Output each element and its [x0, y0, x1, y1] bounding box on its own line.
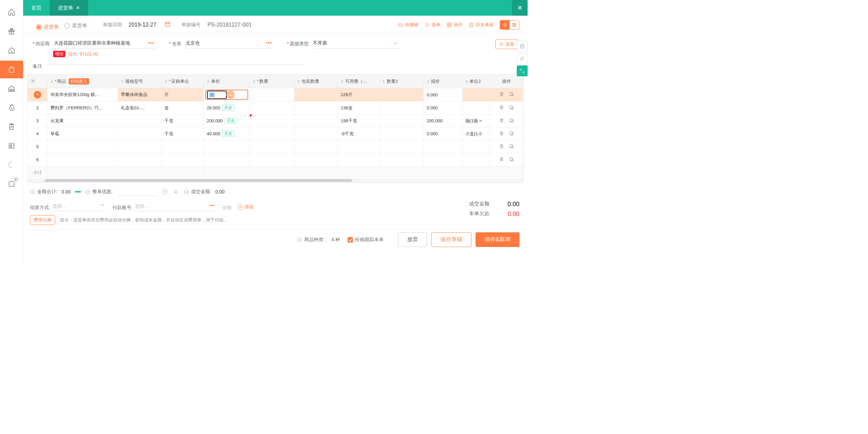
- delete-row-icon[interactable]: [499, 92, 504, 97]
- invoice-select[interactable]: 不开票: [312, 40, 401, 49]
- copy-row-icon[interactable]: [509, 118, 514, 123]
- supplier-label: 供应商: [33, 40, 50, 47]
- toolbar-hotkey[interactable]: 快捷键: [398, 22, 418, 28]
- discard-button[interactable]: 放弃: [398, 232, 427, 247]
- account-more-icon[interactable]: •••: [209, 203, 214, 208]
- doc-date-value[interactable]: 2019-12-27: [129, 22, 157, 28]
- remark-input[interactable]: [46, 62, 304, 65]
- chevron-down-icon: [100, 203, 105, 208]
- toolbar-pick-order[interactable]: 选单: [424, 22, 440, 28]
- warning-triangle-icon: [250, 114, 253, 117]
- nav-home[interactable]: [0, 3, 23, 21]
- table-row[interactable]: + 华美华夫软饼1200g 糕… 早餐休闲食品 斤 ••• 126斤 0.000: [28, 88, 523, 102]
- svg-rect-33: [520, 45, 524, 48]
- fee-hint: 提示：进货单保存后费用会自动分摊，影响成本金额，并自动生成费用单，用于付款。: [60, 217, 228, 223]
- add-payment-button[interactable]: +添加: [238, 204, 254, 210]
- save-and-new-button[interactable]: 保存&新增: [476, 232, 519, 247]
- nav-gift[interactable]: [0, 22, 23, 40]
- subtab-return[interactable]: 退货单: [64, 22, 87, 29]
- svg-point-31: [184, 190, 189, 194]
- pay-account-label: 付款账号: [112, 203, 131, 211]
- price-track-checkbox[interactable]: 价格跟踪本单: [348, 237, 384, 243]
- tab-home[interactable]: 首页: [23, 0, 50, 16]
- col-qty2[interactable]: ▲▼数量2: [379, 75, 424, 88]
- table-row[interactable]: 5: [28, 140, 523, 153]
- nav-money-bag[interactable]: ¥: [0, 99, 23, 117]
- subtab-purchase[interactable]: 进货单: [36, 24, 59, 30]
- right-link-icon[interactable]: [517, 53, 528, 64]
- history-tag[interactable]: 历史: [222, 130, 235, 137]
- pay-amount-label: 金额: [222, 203, 231, 211]
- col-unit2[interactable]: ▲▼单位2: [462, 75, 489, 88]
- col-pack-qty[interactable]: ▲▼包装数量: [294, 75, 338, 88]
- svg-text:¥: ¥: [32, 191, 33, 193]
- toolbar-history[interactable]: 历史单据: [469, 22, 494, 28]
- discount-label: 整单优惠:: [85, 189, 113, 195]
- minus-icon: [75, 191, 81, 192]
- doc-no-value: PS-20191227-001: [207, 22, 252, 28]
- history-tag[interactable]: 历史: [225, 118, 237, 124]
- svg-rect-13: [447, 25, 449, 27]
- tab-purchase[interactable]: 进货单 ✕: [50, 0, 88, 16]
- col-spec[interactable]: ▲▼规格型号: [118, 75, 161, 88]
- right-notes-icon[interactable]: [517, 41, 528, 52]
- nav-clipboard[interactable]: [0, 118, 23, 136]
- price-input[interactable]: [207, 91, 226, 99]
- deal-value: 0.00: [215, 189, 224, 195]
- scan-input-tag[interactable]: 扫码录入: [69, 78, 89, 84]
- copy-row-icon[interactable]: [509, 157, 514, 162]
- col-avail[interactable]: ▲▼可用量（…: [338, 75, 380, 88]
- right-expand-icon[interactable]: [517, 65, 528, 76]
- price-input-active[interactable]: •••: [205, 90, 248, 100]
- discount-input[interactable]: [117, 188, 158, 196]
- nav-shopping-bag[interactable]: [0, 61, 23, 78]
- table-row[interactable]: 2 费列罗（FERRERO）巧… 礼盒装01-… 盒 26.000历史 136盒…: [28, 102, 523, 114]
- horizontal-scrollbar[interactable]: [28, 179, 523, 183]
- close-tab-icon[interactable]: ✕: [76, 5, 80, 11]
- copy-row-icon[interactable]: [509, 92, 514, 97]
- pay-account-select[interactable]: 选择…•••: [134, 203, 216, 211]
- warehouse-more-icon[interactable]: •••: [266, 40, 272, 46]
- nav-warehouse[interactable]: [0, 80, 23, 97]
- price-more-icon[interactable]: •••: [226, 91, 235, 99]
- copy-row-icon[interactable]: [509, 144, 514, 149]
- view-list[interactable]: [500, 20, 510, 29]
- nav-new[interactable]: 新: [0, 175, 23, 193]
- copy-row-icon[interactable]: [509, 105, 514, 110]
- supplier-select[interactable]: 大连花园口经济区景和水果种植基地 •••: [53, 40, 155, 49]
- delete-row-icon[interactable]: [499, 157, 504, 162]
- col-op: 操作: [490, 75, 523, 88]
- nav-money-house[interactable]: $: [0, 42, 23, 59]
- warehouse-select[interactable]: 北京仓 •••: [185, 40, 273, 49]
- table-row[interactable]: 6: [28, 153, 523, 166]
- nav-loading[interactable]: [0, 156, 23, 174]
- history-tag[interactable]: 历史: [222, 105, 235, 111]
- col-product[interactable]: ▲▼*商品扫码录入: [48, 75, 118, 88]
- col-config[interactable]: [28, 75, 48, 88]
- calendar-icon[interactable]: [164, 21, 171, 28]
- window-close-button[interactable]: ✕: [512, 0, 528, 16]
- col-quote[interactable]: ▲▼报价: [424, 75, 462, 88]
- col-price[interactable]: ▲▼单价: [204, 75, 250, 88]
- table-row[interactable]: 3 火龙果 千克 200.000历史 198千克 200.000 袋(1袋 ≈: [28, 114, 523, 127]
- pay-method-select[interactable]: 选择…: [52, 203, 106, 211]
- delete-row-icon[interactable]: [499, 118, 504, 123]
- toolbar-ops[interactable]: 操作: [447, 22, 463, 28]
- chevron-down-icon: [393, 41, 398, 47]
- add-row-icon[interactable]: +: [34, 91, 41, 98]
- copy-row-icon[interactable]: [509, 131, 514, 136]
- nav-contact[interactable]: [0, 137, 23, 155]
- col-unit[interactable]: ▲▼*采购单位: [162, 75, 204, 88]
- supplier-more-icon[interactable]: •••: [148, 40, 154, 46]
- settings-button[interactable]: 设置: [495, 40, 518, 49]
- save-draft-button[interactable]: 保存草稿: [431, 232, 471, 247]
- svg-rect-14: [450, 25, 451, 27]
- delete-row-icon[interactable]: [499, 131, 504, 136]
- fee-allocation-button[interactable]: 费用分摊: [30, 215, 55, 225]
- delete-row-icon[interactable]: [499, 105, 504, 110]
- help-icon[interactable]: ?: [162, 189, 168, 195]
- table-row[interactable]: 4 草莓 千克 40.000历史 -9千克 0.000 小盒(1小: [28, 127, 523, 140]
- delete-row-icon[interactable]: [499, 144, 504, 149]
- view-grid[interactable]: [510, 20, 519, 29]
- col-qty[interactable]: ▲▼*数量: [250, 75, 294, 88]
